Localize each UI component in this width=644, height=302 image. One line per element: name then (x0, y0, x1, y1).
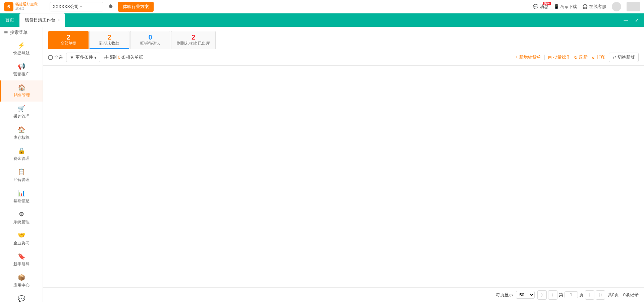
nav-minimize-button[interactable]: — (621, 15, 631, 25)
add-sales-order-button[interactable]: + 新增销货单 (516, 54, 541, 60)
user-avatar[interactable] (612, 2, 621, 11)
operations-icon: 📋 (18, 168, 25, 176)
tab-home-label: 首页 (5, 17, 14, 23)
topbar-right: 💬 消息 99+ 📱 App下载 🎧 在线客服 (533, 2, 640, 11)
batch-operation-button[interactable]: ⊞ 批量操作 (548, 54, 571, 60)
page-first-button[interactable]: ⟨⟨ (537, 290, 547, 300)
sidebar-item-quick-nav[interactable]: ⚡ 快捷导航 (0, 38, 43, 59)
page-size-select[interactable]: 20 50 100 (516, 291, 535, 299)
app-download-button[interactable]: 📱 App下载 (554, 4, 577, 10)
select-all-input[interactable] (48, 55, 53, 60)
filter-chevron-icon: ▾ (94, 55, 97, 60)
sidebar-item-guide[interactable]: 🔖 新手引导 (0, 249, 43, 270)
sidebar-inventory-label: 库存核算 (13, 135, 30, 140)
filter-button[interactable]: ▼ 更多条件 ▾ (66, 53, 100, 62)
page-suffix: 页 (579, 292, 584, 298)
sidebar-purchase-label: 采购管理 (13, 114, 30, 119)
sales-icon: 🏠 (18, 84, 25, 91)
search-menu-button[interactable]: ☰ 搜索菜单 (0, 27, 43, 38)
select-all-checkbox[interactable]: 全选 (48, 54, 63, 60)
status-tab-overdue-shipped[interactable]: 2 到期未收款 已出库 (171, 31, 216, 49)
sidebar-item-sales[interactable]: 🏠 销售管理 (0, 80, 43, 102)
toolbar-right: + 新增销货单 ⊞ 批量操作 ↻ 刷新 🖨 打印 ⇄ 切换新版 (516, 53, 639, 62)
minimize-icon: — (624, 18, 628, 23)
finance-icon: 🔒 (18, 147, 25, 155)
sidebar-item-base-info[interactable]: 📊 基础信息 (0, 186, 43, 207)
search-menu-label: 搜索菜单 (10, 29, 28, 36)
page-label: 第 (559, 292, 563, 298)
tab-overdue-count: 2 (95, 34, 124, 41)
tab-all-count: 2 (54, 34, 83, 41)
sidebar-item-wechat[interactable]: 💬 企业微信 (0, 292, 43, 302)
try-industry-button[interactable]: 体验行业方案 (118, 2, 154, 12)
pagination: 每页显示 20 50 100 ⟨⟨ ⟨ 第 页 ⟩ ⟩⟩ 共0页，0条记录 (43, 287, 644, 302)
message-badge: 99+ (543, 2, 551, 5)
page-last-button[interactable]: ⟩⟩ (596, 290, 605, 300)
sidebar-item-system[interactable]: ⚙ 系统管理 (0, 207, 43, 228)
page-prev-button[interactable]: ⟨ (548, 290, 557, 300)
sidebar-item-marketing[interactable]: 📢 营销推广 (0, 59, 43, 80)
tab-close-icon[interactable]: × (57, 18, 60, 22)
sidebar-marketing-label: 营销推广 (13, 71, 30, 77)
message-button[interactable]: 💬 消息 99+ (533, 4, 548, 10)
sidebar-item-cooperation[interactable]: 🤝 企业协同 (0, 228, 43, 249)
status-tab-all[interactable]: 2 全部单据 (48, 31, 89, 49)
sidebar-item-purchase[interactable]: 🛒 采购管理 (0, 102, 43, 123)
system-icon: ⚙ (19, 210, 24, 218)
status-tabs: 2 全部单据 2 到期未收款 0 旺铺待确认 2 到期未收款 已出库 (43, 27, 644, 49)
search-icon: ☰ (4, 30, 8, 35)
page-total: 共0页，0条记录 (608, 292, 639, 298)
select-all-label: 全选 (54, 54, 63, 60)
page-input[interactable] (565, 291, 578, 298)
nav-right-actions: — ⤢ (621, 15, 644, 25)
page-area: 2 全部单据 2 到期未收款 0 旺铺待确认 2 到期未收款 已出库 (43, 27, 644, 302)
print-label: 打印 (597, 54, 605, 60)
app-download-label: App下载 (560, 4, 577, 10)
sidebar-quick-nav-label: 快捷导航 (13, 50, 30, 56)
sidebar-item-operations[interactable]: 📋 经营管理 (0, 165, 43, 186)
sidebar-cooperation-label: 企业协同 (13, 240, 30, 246)
page-next-button[interactable]: ⟩ (585, 290, 594, 300)
page-size-prefix: 每页显示 (496, 292, 513, 298)
sidebar: ☰ 搜索菜单 ⚡ 快捷导航 📢 营销推广 🏠 销售管理 🛒 采购管理 🏠 库存核… (0, 27, 43, 302)
batch-label: 批量操作 (553, 54, 571, 60)
app-center-icon: 📦 (18, 274, 25, 281)
sidebar-app-center-label: 应用中心 (13, 283, 30, 288)
status-tab-overdue[interactable]: 2 到期未收款 (89, 31, 129, 49)
status-tab-pending[interactable]: 0 旺铺待确认 (130, 31, 170, 49)
sidebar-item-inventory[interactable]: 🏠 库存核算 (0, 123, 43, 144)
tab-home[interactable]: 首页 (0, 13, 19, 27)
nav-maximize-button[interactable]: ⤢ (632, 15, 641, 25)
guide-icon: 🔖 (18, 253, 25, 260)
filter-icon: ▼ (70, 55, 74, 60)
tab-pending-count: 0 (136, 34, 165, 41)
tab-daily-work[interactable]: 钱货日清工作台 × (19, 13, 65, 27)
company-selector[interactable]: XXXXXX公司 ▾ (50, 2, 103, 11)
logo-text-area: 畅捷通好生意 标准版 (15, 2, 38, 11)
online-service-button[interactable]: 🎧 在线客服 (582, 4, 606, 10)
tab-overdue-shipped-count: 2 (177, 34, 210, 41)
purchase-icon: 🛒 (18, 105, 25, 112)
sidebar-item-app-center[interactable]: 📦 应用中心 (0, 270, 43, 292)
online-service-label: 在线客服 (589, 4, 606, 10)
print-button[interactable]: 🖨 打印 (591, 54, 605, 60)
table-area (43, 66, 644, 287)
refresh-button[interactable]: ↻ 刷新 (574, 54, 588, 60)
message-icon: 💬 (533, 4, 538, 9)
tab-pending-label: 旺铺待确认 (140, 41, 160, 46)
user-name-area[interactable] (627, 2, 640, 11)
download-icon: 📱 (554, 4, 559, 9)
main-content: ☰ 搜索菜单 ⚡ 快捷导航 📢 营销推广 🏠 销售管理 🛒 采购管理 🏠 库存核… (0, 27, 644, 302)
nav-tabs: 首页 钱货日清工作台 × — ⤢ (0, 13, 644, 27)
refresh-label: 刷新 (579, 54, 588, 60)
switch-version-button[interactable]: ⇄ 切换新版 (609, 53, 639, 62)
found-text: 共找到 0 条相关单据 (104, 54, 143, 60)
switch-label: 切换新版 (618, 54, 635, 60)
wechat-icon: 💬 (18, 295, 25, 302)
sidebar-base-info-label: 基础信息 (13, 198, 30, 204)
status-tabs-row: 2 全部单据 2 到期未收款 0 旺铺待确认 2 到期未收款 已出库 (48, 31, 639, 49)
logo-area: 6 畅捷通好生意 标准版 (4, 2, 47, 11)
settings-button[interactable] (106, 2, 115, 11)
topbar: 6 畅捷通好生意 标准版 XXXXXX公司 ▾ 体验行业方案 💬 消息 99+ … (0, 0, 644, 13)
sidebar-item-finance[interactable]: 🔒 资金管理 (0, 144, 43, 165)
